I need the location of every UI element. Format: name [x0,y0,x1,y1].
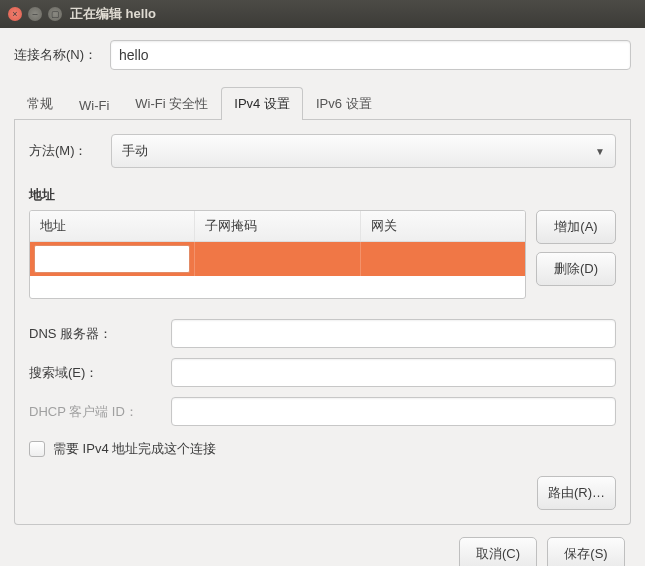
search-domains-label: 搜索域(E)： [29,364,161,382]
connection-name-label: 连接名称(N)： [14,46,110,64]
table-row[interactable] [30,242,525,276]
tabs: 常规 Wi-Fi Wi-Fi 安全性 IPv4 设置 IPv6 设置 [14,86,631,120]
delete-button[interactable]: 删除(D) [536,252,616,286]
cell-netmask[interactable] [195,242,360,276]
save-button[interactable]: 保存(S) [547,537,625,566]
add-button[interactable]: 增加(A) [536,210,616,244]
minimize-icon[interactable]: – [28,7,42,21]
dhcp-client-id-input[interactable] [171,397,616,426]
tab-wifi[interactable]: Wi-Fi [66,90,122,120]
col-netmask[interactable]: 子网掩码 [195,211,360,241]
routes-button[interactable]: 路由(R)… [537,476,616,510]
cell-address[interactable] [30,242,195,276]
cell-gateway[interactable] [361,242,525,276]
dialog-footer: 取消(C) 保存(S) [14,525,631,566]
ipv4-panel: 方法(M)： 手动 ▼ 地址 地址 子网掩码 网关 [14,120,631,525]
address-edit-input[interactable] [34,245,190,273]
chevron-down-icon: ▼ [595,146,605,157]
addresses-table[interactable]: 地址 子网掩码 网关 [29,210,526,299]
search-domains-input[interactable] [171,358,616,387]
cancel-button[interactable]: 取消(C) [459,537,537,566]
dns-input[interactable] [171,319,616,348]
require-ipv4-checkbox[interactable] [29,441,45,457]
tab-wifi-security[interactable]: Wi-Fi 安全性 [122,87,221,120]
maximize-icon[interactable]: ▢ [48,7,62,21]
titlebar: × – ▢ 正在编辑 hello [0,0,645,28]
window-buttons: × – ▢ [8,7,62,21]
connection-name-input[interactable] [110,40,631,70]
close-icon[interactable]: × [8,7,22,21]
method-combobox[interactable]: 手动 ▼ [111,134,616,168]
dns-label: DNS 服务器： [29,325,161,343]
tab-ipv4-settings[interactable]: IPv4 设置 [221,87,303,120]
dhcp-client-id-label: DHCP 客户端 ID： [29,403,161,421]
tab-general[interactable]: 常规 [14,87,66,120]
require-ipv4-label: 需要 IPv4 地址完成这个连接 [53,440,216,458]
addresses-title: 地址 [29,186,616,204]
col-address[interactable]: 地址 [30,211,195,241]
method-label: 方法(M)： [29,142,101,160]
tab-ipv6-settings[interactable]: IPv6 设置 [303,87,385,120]
col-gateway[interactable]: 网关 [361,211,525,241]
method-value: 手动 [122,142,148,160]
window-title: 正在编辑 hello [70,5,156,23]
